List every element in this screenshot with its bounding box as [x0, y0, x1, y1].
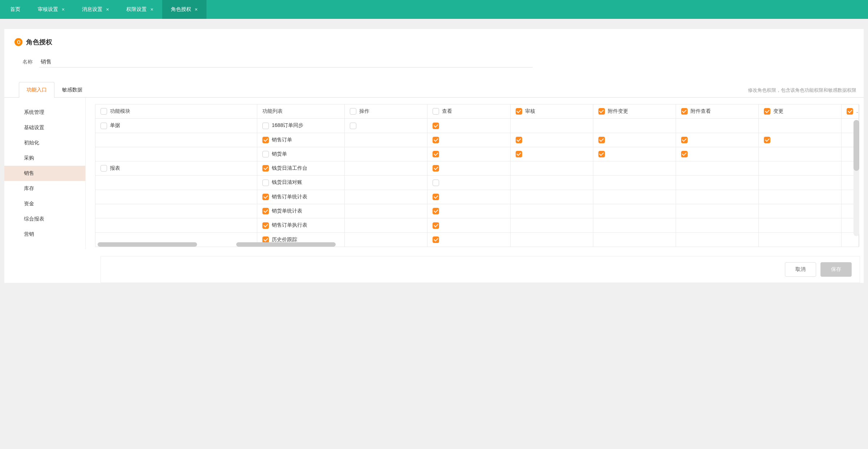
list-label: 历史价跟踪 [272, 236, 297, 242]
sidebar-item-4[interactable]: 销售 [4, 166, 85, 181]
cell-perm-4 [759, 232, 842, 247]
checkbox[interactable] [764, 108, 770, 115]
save-button[interactable]: 保存 [820, 262, 852, 277]
horizontal-scrollbar[interactable] [98, 242, 197, 247]
cell-perm-2 [593, 218, 676, 232]
checkbox[interactable] [516, 151, 522, 157]
cell-perm-1 [510, 147, 593, 161]
checkbox[interactable] [433, 108, 439, 115]
checkbox[interactable] [433, 222, 439, 229]
nav-tab-4[interactable]: 角色授权× [162, 0, 206, 19]
table-row: 销售订单统计表 [95, 190, 859, 204]
cancel-button[interactable]: 取消 [785, 262, 816, 277]
cell-module [95, 218, 257, 232]
nav-tab-1[interactable]: 审核设置× [29, 0, 73, 19]
checkbox[interactable] [262, 123, 269, 129]
horizontal-scrollbar[interactable] [236, 242, 336, 247]
checkbox[interactable] [101, 165, 107, 172]
checkbox[interactable] [598, 108, 605, 115]
checkbox[interactable] [262, 208, 269, 214]
sidebar-item-5[interactable]: 库存 [4, 181, 85, 196]
sidebar-item-6[interactable]: 资金 [4, 196, 85, 211]
cell-perm-2 [593, 133, 676, 147]
cell-perm-2 [593, 204, 676, 218]
cell-module [95, 204, 257, 218]
cell-module: 单据 [95, 119, 257, 133]
close-icon[interactable]: × [150, 7, 153, 12]
checkbox[interactable] [433, 194, 439, 200]
checkbox[interactable] [433, 236, 439, 243]
cell-perm-2 [593, 190, 676, 204]
checkbox[interactable] [764, 137, 770, 143]
checkbox[interactable] [433, 137, 439, 143]
checkbox[interactable] [516, 108, 522, 115]
nav-tab-0[interactable]: 首页 [1, 0, 29, 19]
cell-perm-0 [427, 133, 510, 147]
checkbox[interactable] [262, 165, 269, 172]
close-icon[interactable]: × [62, 7, 65, 12]
vertical-scrollbar[interactable] [853, 120, 859, 236]
table-row: 销售订单 [95, 133, 859, 147]
sidebar-item-3[interactable]: 采购 [4, 151, 85, 166]
content-tabs: 功能入口敏感数据 [19, 82, 90, 97]
content-tab-1[interactable]: 敏感数据 [54, 82, 90, 98]
checkbox[interactable] [516, 137, 522, 143]
nav-tab-3[interactable]: 权限设置× [118, 0, 162, 19]
checkbox[interactable] [101, 108, 107, 115]
checkbox[interactable] [262, 151, 269, 157]
checkbox[interactable] [433, 123, 439, 129]
sidebar-item-2[interactable]: 初始化 [4, 135, 85, 151]
sidebar-item-8[interactable]: 营销 [4, 227, 85, 242]
checkbox[interactable] [262, 194, 269, 200]
nav-tab-2[interactable]: 消息设置× [73, 0, 118, 19]
checkbox[interactable] [598, 137, 605, 143]
checkbox[interactable] [598, 151, 605, 157]
content-tabs-row: 功能入口敏感数据 修改角色权限，包含该角色功能权限和敏感数据权限 [4, 82, 864, 98]
checkbox[interactable] [262, 137, 269, 143]
checkbox[interactable] [681, 151, 688, 157]
checkbox[interactable] [433, 151, 439, 157]
top-nav: 首页审核设置×消息设置×权限设置×角色授权× [0, 0, 868, 19]
table-row: 销售订单执行表 [95, 218, 859, 232]
checkbox[interactable] [681, 137, 688, 143]
scrollbar-thumb[interactable] [853, 120, 859, 171]
header-label: 审核 [525, 108, 535, 114]
nav-tab-label: 角色授权 [171, 6, 191, 13]
cell-module [95, 190, 257, 204]
cell-perm-2 [593, 176, 676, 190]
checkbox[interactable] [847, 108, 853, 115]
nav-tab-label: 权限设置 [126, 6, 147, 13]
content-tab-0[interactable]: 功能入口 [19, 82, 54, 98]
checkbox[interactable] [350, 108, 356, 115]
header-label: 附件变更 [608, 108, 628, 114]
list-label: 销货单统计表 [272, 208, 302, 214]
cell-perm-3 [676, 176, 758, 190]
cell-action [345, 204, 427, 218]
cell-action [345, 232, 427, 247]
shield-icon [15, 38, 22, 46]
cell-module [95, 147, 257, 161]
sidebar-item-0[interactable]: 系统管理 [4, 105, 85, 120]
cell-perm-0 [427, 119, 510, 133]
checkbox[interactable] [262, 222, 269, 229]
checkbox[interactable] [433, 165, 439, 172]
page-body: 角色授权 名称 功能入口敏感数据 修改角色权限，包含该角色功能权限和敏感数据权限… [4, 29, 864, 283]
checkbox[interactable] [433, 180, 439, 186]
checkbox[interactable] [433, 208, 439, 214]
checkbox[interactable] [350, 123, 356, 129]
header-perm-3: 附件查看 [676, 104, 758, 119]
checkbox[interactable] [101, 123, 107, 129]
sidebar-item-7[interactable]: 综合报表 [4, 211, 85, 227]
cell-perm-0 [427, 190, 510, 204]
cell-list: 销售订单统计表 [257, 190, 345, 204]
cell-list: 钱货日清对账 [257, 176, 345, 190]
sidebar-item-1[interactable]: 基础设置 [4, 120, 85, 135]
module-label: 单据 [110, 122, 120, 128]
close-icon[interactable]: × [195, 7, 198, 12]
checkbox[interactable] [262, 180, 269, 186]
cell-perm-4 [759, 133, 842, 147]
name-input[interactable] [39, 57, 533, 67]
header-perm-2: 附件变更 [593, 104, 676, 119]
checkbox[interactable] [681, 108, 688, 115]
close-icon[interactable]: × [106, 7, 109, 12]
